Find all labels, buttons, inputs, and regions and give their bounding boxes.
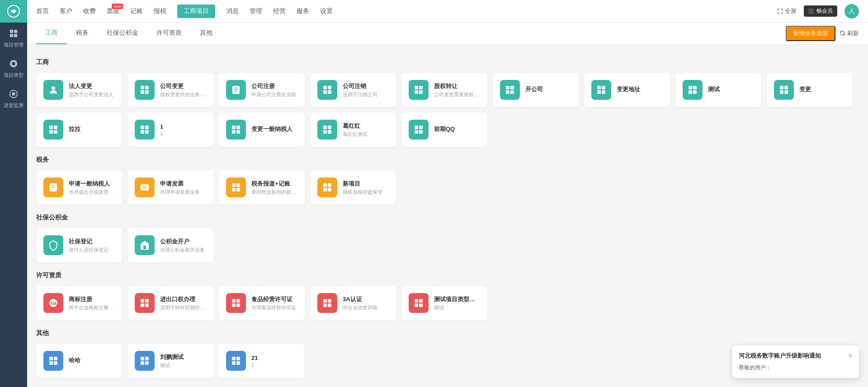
top-nav: 首页 客户 收费 票据 new 记账 报税 工商项目 消息 管理 经营 服务 设…: [27, 0, 868, 23]
card-one[interactable]: 11: [127, 112, 213, 147]
svg-rect-96: [49, 357, 53, 360]
card-test-type-def[interactable]: 测试项目类型目定义测试: [401, 286, 487, 320]
card-icon-3a-cert: [317, 293, 337, 313]
card-sub-test-type-def: 测试: [434, 304, 480, 311]
card-tax-report[interactable]: 税务报道+记账拿到营业执照的新公司: [219, 170, 305, 205]
card-title-trademark: 商标注册: [69, 295, 115, 303]
sidebar-item-progress-monitor[interactable]: 进度监测: [0, 83, 27, 113]
svg-rect-62: [419, 130, 423, 134]
progress-monitor-icon: [7, 88, 20, 100]
card-icon-company-register: [226, 80, 246, 100]
nav-message[interactable]: 消息: [226, 5, 239, 17]
card-title-company-register: 公司注册: [251, 82, 297, 90]
nav-settings[interactable]: 设置: [320, 5, 333, 17]
svg-rect-50: [145, 130, 149, 134]
card-open-company[interactable]: 开公司: [493, 73, 579, 107]
vip-btn[interactable]: 畅会员: [804, 5, 837, 17]
new-business-btn[interactable]: 新增业务类型: [786, 26, 835, 41]
sidebar-item-project-type-label: 项目类型: [4, 72, 24, 79]
tab-shebao[interactable]: 社保公积金: [98, 23, 147, 44]
card-sub-trademark: 用于企业商标注册服务: [69, 304, 115, 311]
card-icon-liupeng-test: [135, 351, 155, 371]
card-trademark[interactable]: TM商标注册用于企业商标注册服务: [36, 286, 122, 320]
nav-service[interactable]: 服务: [297, 5, 309, 17]
project-type-icon: [7, 57, 20, 70]
nav-invoice[interactable]: 票据 new: [107, 5, 119, 17]
card-twentyone[interactable]: 211: [219, 344, 305, 378]
card-apply-invoice[interactable]: 申请发票办理申请发票业务: [127, 170, 213, 205]
card-equity-transfer[interactable]: 股权转让公司变更需要股权转让: [401, 73, 487, 107]
card-icon-apply-invoice: [135, 177, 155, 197]
card-company-change[interactable]: 公司变更股权变更外的业务变更: [127, 73, 213, 107]
svg-rect-85: [236, 299, 240, 303]
nav-accounting[interactable]: 记账: [130, 5, 143, 17]
card-fund-open[interactable]: 公积金开户办理公积金相关业务: [127, 228, 213, 262]
fullscreen-btn[interactable]: 全屏: [777, 7, 797, 15]
card-change2[interactable]: 变更: [767, 73, 853, 107]
card-mahonghong[interactable]: 葛红红葛红红测试: [310, 112, 396, 147]
refresh-label: 刷新: [847, 29, 859, 37]
svg-rect-58: [328, 130, 331, 134]
card-test[interactable]: 测试: [675, 73, 761, 107]
card-import-export[interactable]: 进出口权办理适用于对外贸易经营者: [127, 286, 213, 320]
card-title-open-company: 开公司: [525, 85, 571, 93]
tab-other[interactable]: 其他: [191, 23, 222, 44]
sidebar-item-progress-monitor-label: 进度监测: [4, 102, 24, 109]
card-sub-apply-invoice: 办理申请发票业务: [160, 189, 206, 196]
main-area: 首页 客户 收费 票据 new 记账 报税 工商项目 消息 管理 经营 服务 设…: [27, 0, 868, 387]
svg-rect-40: [784, 86, 788, 89]
svg-rect-43: [49, 126, 53, 129]
nav-manage[interactable]: 管理: [250, 5, 262, 17]
avatar[interactable]: 人: [844, 4, 859, 19]
vip-label: 畅会员: [816, 8, 833, 14]
card-icon-legal-change: [43, 80, 63, 100]
svg-rect-14: [145, 90, 149, 94]
card-lala[interactable]: 拉拉: [36, 112, 122, 147]
nav-customer[interactable]: 客户: [60, 5, 72, 17]
cards-grid-shuiwu: 申请一般纳税人当月或次月成变更完成申请发票办理申请发票业务 税务报道+记账拿到营…: [36, 170, 859, 205]
card-qianqi-qq[interactable]: 前期QQ: [401, 112, 487, 147]
tab-gongshang[interactable]: 工商: [36, 23, 67, 44]
nav-business[interactable]: 工商项目: [177, 5, 215, 18]
cards-grid-shebao: 社保登记进行人员社保登记公积金开户办理公积金相关业务: [36, 228, 859, 262]
card-company-register[interactable]: 公司注册申请公司注册全流程: [219, 73, 305, 107]
notification-close[interactable]: ×: [849, 352, 853, 360]
svg-rect-76: [328, 188, 331, 191]
refresh-btn[interactable]: 刷新: [839, 29, 859, 37]
nav-operation[interactable]: 经营: [273, 5, 286, 17]
nav-tax[interactable]: 报税: [154, 5, 166, 17]
card-legal-change[interactable]: 法人变更适用于公司变更法人: [36, 73, 122, 107]
card-3a-cert[interactable]: 3A认证对企业信誉评级: [310, 286, 396, 320]
card-new-project[interactable]: 新项目报税加税控盘保管: [310, 170, 396, 205]
tab-shuiwu[interactable]: 税务: [67, 23, 98, 44]
svg-point-6: [12, 62, 15, 65]
sidebar-item-project-manage-label: 项目管理: [4, 42, 24, 48]
svg-rect-52: [236, 126, 240, 129]
top-nav-right: 全屏 畅会员 人: [777, 4, 859, 19]
card-sub-food-license: 办理食品经营许可证: [251, 304, 297, 311]
svg-rect-95: [419, 303, 423, 307]
card-haha[interactable]: 哈哈: [36, 344, 122, 378]
card-apply-taxpayer[interactable]: 申请一般纳税人当月或次月成变更完成: [36, 170, 122, 205]
card-title-tax-report: 税务报道+记账: [251, 180, 297, 188]
card-food-license[interactable]: 食品经营许可证办理食品经营许可证: [219, 286, 305, 320]
sidebar-item-project-manage[interactable]: 项目管理: [0, 23, 27, 53]
card-liupeng-test[interactable]: 刘鹏测试测试: [127, 344, 213, 378]
svg-rect-75: [323, 188, 327, 191]
card-social-register[interactable]: 社保登记进行人员社保登记: [36, 228, 122, 262]
svg-rect-38: [693, 90, 697, 94]
sidebar-item-project-type[interactable]: 项目类型: [0, 53, 27, 83]
card-company-cancel[interactable]: 公司注销适用于注销公司: [310, 73, 396, 107]
svg-rect-59: [415, 126, 418, 129]
card-sub-equity-transfer: 公司变更需要股权转让: [434, 91, 480, 98]
svg-rect-9: [808, 9, 814, 14]
nav-billing[interactable]: 收费: [83, 5, 96, 17]
nav-home[interactable]: 首页: [36, 5, 49, 17]
tab-xuke[interactable]: 许可资质: [147, 23, 191, 44]
invoice-badge: new: [112, 4, 123, 9]
svg-rect-35: [689, 86, 692, 89]
card-icon-qianqi-qq: [409, 120, 429, 140]
card-change-taxpayer[interactable]: 变更一般纳税人: [219, 112, 305, 147]
card-change-address[interactable]: 变更地址: [584, 73, 670, 107]
svg-rect-82: [141, 303, 144, 307]
